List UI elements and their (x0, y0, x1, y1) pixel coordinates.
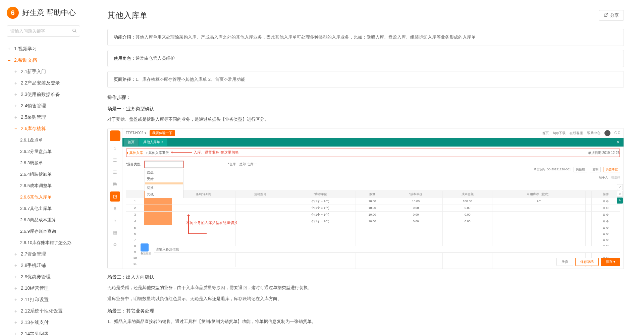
table-row[interactable]: 11⊕ ⊖ (126, 261, 620, 267)
leftbar-doc-icon[interactable]: ☰ (110, 155, 120, 165)
dropdown-item[interactable]: 切换 (145, 184, 183, 191)
nav-item[interactable]: 2.12系统个性化设置 (7, 305, 87, 317)
nav-item[interactable]: 2.14常见问题 (7, 328, 87, 335)
nav-label: 2.6.10库存账本错了怎么办 (20, 240, 71, 246)
sidebar: 6 好生意 帮助中心 1.视频学习2.帮助文档2.1新手入门2.2产品安装及登录… (0, 0, 87, 335)
panel-icon[interactable]: ↻ (617, 191, 623, 197)
nav-item[interactable]: 2.6.3调拨单 (7, 157, 87, 169)
leftbar-cal-icon[interactable]: ☷ (110, 167, 120, 177)
nav-item[interactable]: 2.帮助文档 (7, 55, 87, 66)
search-input[interactable] (7, 25, 80, 37)
nav-item[interactable]: 2.9优惠券管理 (7, 271, 87, 283)
dropdown-item[interactable]: 其他 (145, 191, 183, 198)
expand-icon[interactable] (13, 104, 18, 108)
nav-item[interactable]: 2.6.6其他入库单 (7, 191, 87, 203)
expand-icon[interactable] (13, 275, 18, 279)
share-button[interactable]: 分享 (599, 10, 624, 21)
collapse-icon[interactable] (13, 126, 18, 131)
nav-item[interactable]: 2.6.2分量盘点单 (7, 146, 87, 157)
table-row[interactable]: 10⊕ ⊖ (126, 255, 620, 261)
biztype-input[interactable] (145, 161, 183, 168)
search-icon[interactable] (72, 28, 77, 34)
tabs-close-all-icon[interactable]: × (614, 139, 622, 145)
doc-date[interactable]: 单据日期 2019-12-26 (588, 151, 620, 155)
panel-icon[interactable]: ⤢ (617, 184, 623, 190)
table-row[interactable]: 3个(1个 = 1个)10.000.000.00⊕ ⊖ (126, 211, 620, 218)
history-button[interactable]: 历史单据 (603, 167, 620, 172)
table-row[interactable]: 7⊕ ⊖ (126, 237, 620, 243)
leftbar-stock-icon[interactable]: ◳ (110, 191, 120, 202)
nav-item[interactable]: 2.6.8商品成本重算 (7, 214, 87, 226)
hotkey-button[interactable]: 快捷键 (574, 167, 587, 172)
nav-item[interactable]: 2.6.7其他出库单 (7, 203, 87, 214)
tab-current[interactable]: 其他入库单× (139, 138, 167, 146)
radio-inbound[interactable]: 其他入库 (126, 151, 143, 155)
cancel-button[interactable]: 放弃 (556, 258, 573, 266)
expand-icon[interactable] (13, 286, 18, 291)
handler-input[interactable]: 请选择 (611, 176, 620, 179)
nav-item[interactable]: 2.6.5成本调整单 (7, 180, 87, 191)
dropdown-item[interactable]: 受赠 (145, 176, 183, 182)
table-row[interactable]: 2个(1个 = 1个)10.000.000.00⊕ ⊖ (126, 205, 620, 211)
top-link[interactable]: 帮助中心 (587, 131, 600, 135)
leftbar-lock-icon[interactable]: ⌂ (110, 216, 120, 226)
expand-icon[interactable] (13, 263, 18, 268)
avatar-icon[interactable] (604, 130, 610, 136)
expand-icon[interactable] (13, 309, 18, 314)
expand-icon[interactable] (13, 332, 18, 335)
expand-icon[interactable] (13, 320, 18, 325)
path-box: 页面路径：1、库存核算->库存管理->其他入库单 2、首页->常用功能 (107, 71, 624, 88)
nav-item[interactable]: 2.4销售管理 (7, 100, 87, 112)
table-row[interactable]: 5⊕ ⊖ (126, 225, 620, 231)
dropdown-icon[interactable]: ▾ (145, 131, 146, 135)
top-link[interactable]: App下载 (553, 131, 566, 135)
experience-tag[interactable]: 我要体验一下 (150, 130, 175, 136)
biztype-dropdown[interactable]: 盘盈 受赠 切换 其他 (144, 161, 184, 168)
collapse-icon[interactable] (7, 58, 11, 63)
expand-icon[interactable] (13, 69, 18, 74)
expand-icon[interactable] (13, 92, 18, 97)
nav-item[interactable]: 2.6.9库存账本查询 (7, 226, 87, 237)
leftbar-cart-icon[interactable]: ⛟ (110, 179, 120, 189)
nav-item[interactable]: 2.11打印设置 (7, 294, 87, 305)
nav-item[interactable]: 2.6.4组装拆卸单 (7, 169, 87, 180)
radio-return[interactable]: 其他入库退货 (146, 151, 169, 155)
dropdown-item[interactable]: 盘盈 (145, 169, 183, 176)
nav-item[interactable]: 2.2产品安装及登录 (7, 77, 87, 89)
top-link[interactable]: 在线客服 (570, 131, 583, 135)
warehouse-label: *仓库 (228, 162, 236, 167)
leftbar-set-icon[interactable]: ⚙ (110, 240, 120, 250)
expand-icon[interactable] (13, 81, 18, 86)
leftbar-money-icon[interactable]: ฿ (110, 204, 120, 214)
nav-item[interactable]: 2.6.10库存账本错了怎么办 (7, 237, 87, 248)
nav-item[interactable]: 1.视频学习 (7, 43, 87, 55)
nav-item[interactable]: 2.3使用前数据准备 (7, 89, 87, 100)
right-panel: ⤢ ↻ ✎ (616, 183, 624, 204)
expand-icon[interactable] (7, 47, 11, 51)
nav-label: 2.6.2分量盘点单 (20, 149, 52, 155)
tab-home[interactable]: 首页 (124, 138, 139, 146)
nav-item[interactable]: 2.5采购管理 (7, 112, 87, 123)
warehouse-value[interactable]: 总部 仓库一 (239, 162, 257, 167)
panel-icon[interactable]: ✎ (617, 198, 623, 204)
nav-item[interactable]: 2.6库存核算 (7, 123, 87, 134)
leftbar-chart-icon[interactable]: ▦ (110, 228, 120, 238)
nav-item[interactable]: 2.7资金管理 (7, 248, 87, 260)
nav-item[interactable]: 2.13在线支付 (7, 317, 87, 328)
note-icon (141, 243, 149, 252)
expand-icon[interactable] (13, 297, 18, 302)
save-button[interactable]: 保存 ▾ (601, 258, 620, 266)
leftbar-home-icon[interactable]: ⌂ (110, 143, 120, 153)
table-row[interactable]: 1个(1个 = 1个)10.0010.00100.007个⊕ ⊖ (126, 198, 620, 205)
nav-item[interactable]: 2.8手机旺铺 (7, 260, 87, 271)
tab-close-icon[interactable]: × (161, 140, 163, 144)
expand-icon[interactable] (13, 115, 18, 120)
nav-item[interactable]: 2.1新手入门 (7, 66, 87, 77)
nav-item[interactable]: 2.6.1盘点单 (7, 134, 87, 146)
note-input[interactable] (154, 246, 620, 253)
expand-icon[interactable] (13, 252, 18, 257)
copy-button[interactable]: 复制 (590, 167, 601, 172)
save-draft-button[interactable]: 保存草稿 (575, 258, 599, 266)
nav-item[interactable]: 2.10经营管理 (7, 283, 87, 294)
top-link[interactable]: 首页 (542, 131, 549, 135)
